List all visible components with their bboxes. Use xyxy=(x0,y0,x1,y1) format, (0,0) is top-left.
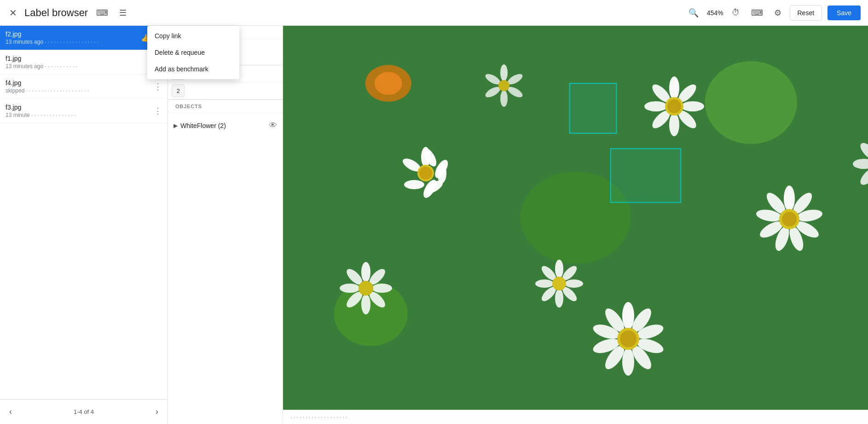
save-button[interactable]: Save xyxy=(827,6,861,20)
sidebar-item-meta-f4: skipped · · · · · · · · · · · · · · · · … xyxy=(6,87,162,94)
sidebar-item-meta-f3: 13 minute · · · · · · · · · · · · · · · xyxy=(6,112,162,118)
sidebar-item-name-f2: f2.jpg xyxy=(6,30,162,38)
sidebar: f2.jpg 13 minutes ago · · · · · · · · · … xyxy=(0,26,168,424)
svg-point-9 xyxy=(404,180,424,189)
svg-point-18 xyxy=(681,101,704,111)
sidebar-item-f4[interactable]: f4.jpg skipped · · · · · · · · · · · · ·… xyxy=(0,75,168,99)
image-canvas xyxy=(283,26,868,410)
main-layout: f2.jpg 13 minutes ago · · · · · · · · · … xyxy=(0,26,868,424)
context-menu-copy-link[interactable]: Copy link xyxy=(147,28,239,44)
svg-point-66 xyxy=(620,331,637,347)
svg-point-43 xyxy=(535,279,554,288)
context-menu-delete-requeue[interactable]: Delete & requeue xyxy=(147,44,239,61)
svg-point-70 xyxy=(500,90,508,107)
image-footer: · · · · · · · · · · · · · · · · · · · xyxy=(283,410,868,424)
svg-point-16 xyxy=(669,76,679,99)
sidebar-item-meta-f2: 13 minutes ago · · · · · · · · · · · · ·… xyxy=(6,39,162,45)
sidebar-item-f2[interactable]: f2.jpg 13 minutes ago · · · · · · · · · … xyxy=(0,26,168,50)
timer-icon-button[interactable]: ⏱ xyxy=(729,5,743,20)
context-menu: Copy link Delete & requeue Add as benchm… xyxy=(147,26,239,79)
svg-point-46 xyxy=(361,262,370,282)
svg-point-52 xyxy=(340,284,360,293)
svg-point-60 xyxy=(622,348,634,376)
more-options-button-f3[interactable]: ⋮ xyxy=(152,105,164,117)
reset-button[interactable]: Reset xyxy=(790,5,822,21)
svg-point-55 xyxy=(622,302,634,330)
svg-point-41 xyxy=(555,289,563,308)
context-menu-add-benchmark[interactable]: Add as benchmark xyxy=(147,61,239,77)
svg-point-20 xyxy=(669,113,679,136)
image-area: · · · · · · · · · · · · · · · · · · · xyxy=(283,26,868,424)
settings-button[interactable]: ⚙ xyxy=(771,5,784,21)
svg-point-22 xyxy=(644,101,667,111)
prev-page-button[interactable]: ‹ xyxy=(6,405,16,418)
header-right: 🔍 454% ⏱ ⌨ ⚙ Reset Save xyxy=(686,5,861,21)
expand-arrow-icon: ▶ xyxy=(174,122,178,129)
svg-point-45 xyxy=(552,277,566,290)
image-footer-text: · · · · · · · · · · · · · · · · · · · xyxy=(290,414,347,420)
svg-point-50 xyxy=(361,294,370,314)
svg-point-2 xyxy=(705,61,797,144)
svg-point-48 xyxy=(372,284,392,293)
close-button[interactable]: ✕ xyxy=(7,6,19,20)
header-left: ✕ Label browser ⌨ ☰ xyxy=(7,5,129,21)
svg-point-73 xyxy=(498,80,509,91)
next-page-button[interactable]: › xyxy=(152,405,162,418)
zoom-out-button[interactable]: 🔍 xyxy=(686,5,701,21)
svg-point-37 xyxy=(555,260,563,278)
keyboard-icon-button[interactable]: ⌨ xyxy=(93,5,111,21)
sidebar-item-name-f4: f4.jpg xyxy=(6,79,162,87)
sidebar-list: f2.jpg 13 minutes ago · · · · · · · · · … xyxy=(0,26,168,399)
menu-icon-button[interactable]: ☰ xyxy=(116,5,129,21)
more-options-button-f4[interactable]: ⋮ xyxy=(152,81,164,93)
daisy-image xyxy=(283,26,868,410)
svg-point-26 xyxy=(784,186,795,211)
svg-point-67 xyxy=(500,64,508,81)
sidebar-item-name-f3: f3.jpg xyxy=(6,104,162,111)
page-info: 1-4 of 4 xyxy=(74,408,94,415)
item-actions-f4: ⋮ xyxy=(152,81,164,93)
item-actions-f3: ⋮ xyxy=(152,105,164,117)
bbox-2 xyxy=(611,149,681,203)
top-header: ✕ Label browser ⌨ ☰ 🔍 454% ⏱ ⌨ ⚙ Reset S… xyxy=(0,0,868,26)
sidebar-item-name-f1: f1.jpg xyxy=(6,55,162,62)
svg-point-12 xyxy=(437,163,446,183)
svg-point-39 xyxy=(565,279,583,288)
zoom-level: 454% xyxy=(707,9,723,17)
sidebar-footer: ‹ 1-4 of 4 › xyxy=(0,399,168,424)
middle-panel: TOOLS □ ⧉ 1 2 OBJECTS ▶ WhiteFlower (2) … xyxy=(168,26,283,424)
bbox-1 xyxy=(570,83,617,133)
objects-section: ▶ WhiteFlower (2) 👁 xyxy=(168,113,283,138)
svg-point-25 xyxy=(667,99,681,113)
object-label-whiteflower: WhiteFlower (2) xyxy=(180,122,226,129)
object-item-whiteflower: ▶ WhiteFlower (2) 👁 xyxy=(172,117,279,134)
sidebar-item-f1[interactable]: f1.jpg 13 minutes ago · · · · · · · · · … xyxy=(0,50,168,75)
sidebar-item-meta-f1: 13 minutes ago · · · · · · · · · · · xyxy=(6,63,162,70)
svg-point-54 xyxy=(359,281,373,296)
svg-point-36 xyxy=(782,212,797,227)
object-item-left: ▶ WhiteFlower (2) xyxy=(174,122,226,129)
visibility-toggle-button[interactable]: 👁 xyxy=(269,121,277,130)
app-title: Label browser xyxy=(24,7,88,19)
svg-point-15 xyxy=(419,167,432,180)
daisy-svg xyxy=(283,26,868,410)
label-row-2: 2 xyxy=(168,82,283,99)
objects-section-header: OBJECTS xyxy=(168,100,283,113)
label-number-2: 2 xyxy=(172,84,185,97)
keyboard-shortcut-button[interactable]: ⌨ xyxy=(748,5,766,21)
svg-point-5 xyxy=(375,72,402,95)
sidebar-item-f3[interactable]: f3.jpg 13 minute · · · · · · · · · · · ·… xyxy=(0,99,168,123)
